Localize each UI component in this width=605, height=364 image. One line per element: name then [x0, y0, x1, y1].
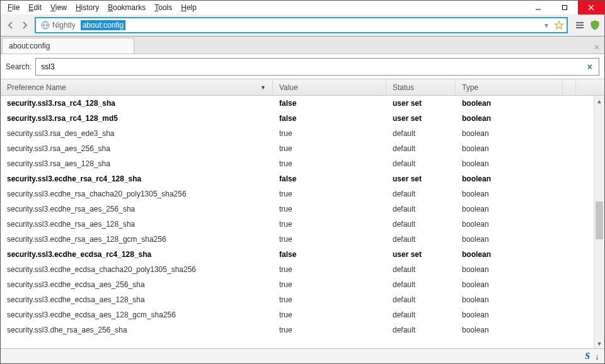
- column-value[interactable]: Value: [273, 79, 386, 95]
- cell-status: default: [386, 144, 456, 153]
- url-text[interactable]: about:config: [81, 20, 125, 30]
- forward-button[interactable]: [18, 19, 31, 31]
- nav-arrows: [4, 19, 31, 31]
- cell-value: true: [273, 190, 386, 198]
- cell-name: security.ssl3.ecdhe_rsa_aes_128_gcm_sha2…: [1, 235, 273, 244]
- menu-bookmarks[interactable]: Bookmarks: [103, 2, 150, 13]
- column-label: Value: [279, 83, 298, 92]
- table-row[interactable]: security.ssl3.ecdhe_ecdsa_aes_128_shatru…: [1, 292, 594, 307]
- table-row[interactable]: security.ssl3.ecdhe_rsa_aes_256_shatrued…: [1, 202, 594, 217]
- cell-status: user set: [386, 174, 456, 183]
- tab-strip: about:config ×: [1, 37, 604, 54]
- table-body-wrap: security.ssl3.rsa_rc4_128_shafalseuser s…: [1, 96, 604, 350]
- cell-name: security.ssl3.ecdhe_ecdsa_rc4_128_sha: [1, 250, 273, 259]
- identity-box[interactable]: Nightly: [38, 21, 78, 30]
- menu-view[interactable]: View: [46, 2, 71, 13]
- cell-status: default: [386, 129, 456, 138]
- vertical-scrollbar[interactable]: ▲ ▼: [594, 96, 604, 350]
- toolbar-right: [572, 20, 601, 31]
- cell-value: true: [273, 220, 386, 229]
- cell-value: true: [273, 159, 386, 168]
- column-label: Status: [393, 83, 414, 92]
- menu-tools[interactable]: Tools: [150, 2, 176, 13]
- menu-file[interactable]: File: [3, 2, 24, 13]
- table-row[interactable]: security.ssl3.ecdhe_ecdsa_rc4_128_shafal…: [1, 247, 594, 262]
- cell-type: boolean: [456, 159, 563, 168]
- identity-label: Nightly: [52, 21, 76, 30]
- cell-type: boolean: [456, 250, 563, 259]
- status-download-icon[interactable]: ↓: [595, 351, 599, 361]
- cell-name: security.ssl3.ecdhe_rsa_aes_256_sha: [1, 205, 273, 213]
- cell-status: default: [386, 190, 456, 198]
- url-dropdown-icon[interactable]: ▼: [541, 22, 551, 29]
- scroll-up-icon[interactable]: ▲: [594, 96, 604, 107]
- table-row[interactable]: security.ssl3.rsa_des_ede3_shatruedefaul…: [1, 126, 594, 141]
- cell-status: default: [386, 235, 456, 244]
- table-row[interactable]: security.ssl3.ecdhe_rsa_chacha20_poly130…: [1, 186, 594, 202]
- column-preference-name[interactable]: Preference Name ▼: [1, 79, 273, 95]
- cell-type: boolean: [456, 190, 563, 198]
- search-input[interactable]: [41, 62, 585, 71]
- clear-search-icon[interactable]: ×: [586, 62, 594, 72]
- cell-name: security.ssl3.ecdhe_rsa_aes_128_sha: [1, 220, 273, 229]
- cell-name: security.ssl3.ecdhe_ecdsa_aes_128_sha: [1, 295, 273, 304]
- bookmark-star-icon[interactable]: [554, 20, 564, 30]
- table-row[interactable]: security.ssl3.ecdhe_ecdsa_aes_128_gcm_sh…: [1, 307, 594, 322]
- cell-type: boolean: [456, 220, 563, 229]
- scroll-thumb[interactable]: [596, 202, 603, 239]
- url-bar[interactable]: Nightly about:config ▼: [35, 17, 568, 33]
- cell-status: default: [386, 265, 456, 274]
- cell-type: boolean: [456, 310, 563, 319]
- back-button[interactable]: [4, 19, 17, 31]
- table-row[interactable]: security.ssl3.dhe_rsa_aes_256_shatruedef…: [1, 322, 594, 338]
- cell-name: security.ssl3.ecdhe_ecdsa_aes_256_sha: [1, 280, 273, 289]
- column-label: Type: [462, 83, 478, 92]
- menu-edit[interactable]: Edit: [24, 2, 46, 13]
- cell-name: security.ssl3.ecdhe_ecdsa_aes_128_gcm_sh…: [1, 310, 273, 319]
- table-row[interactable]: security.ssl3.rsa_aes_256_shatruedefault…: [1, 141, 594, 156]
- shield-icon[interactable]: [589, 20, 601, 31]
- cell-status: default: [386, 326, 456, 334]
- tab-about-config[interactable]: about:config: [2, 38, 134, 54]
- tabstrip-close-icon[interactable]: ×: [591, 41, 603, 54]
- menu-history[interactable]: History: [71, 2, 103, 13]
- table-row[interactable]: security.ssl3.ecdhe_rsa_aes_128_shatrued…: [1, 217, 594, 232]
- table-row[interactable]: security.ssl3.ecdhe_ecdsa_chacha20_poly1…: [1, 262, 594, 277]
- svg-rect-1: [563, 6, 567, 10]
- status-bar: S ↓: [1, 348, 604, 363]
- cell-type: boolean: [456, 114, 563, 123]
- minimize-button[interactable]: [525, 1, 551, 14]
- table-row[interactable]: security.ssl3.rsa_rc4_128_md5falseuser s…: [1, 111, 594, 126]
- column-picker-icon[interactable]: [563, 79, 576, 95]
- cell-name: security.ssl3.rsa_aes_128_sha: [1, 159, 273, 168]
- cell-status: user set: [386, 114, 456, 123]
- table-row[interactable]: security.ssl3.ecdhe_rsa_aes_128_gcm_sha2…: [1, 232, 594, 247]
- column-type[interactable]: Type: [456, 79, 563, 95]
- cell-name: security.ssl3.ecdhe_ecdsa_chacha20_poly1…: [1, 265, 273, 274]
- cell-value: true: [273, 310, 386, 319]
- table-row[interactable]: security.ssl3.ecdhe_rsa_rc4_128_shafalse…: [1, 171, 594, 186]
- menu-bar: FileEditViewHistoryBookmarksToolsHelp: [1, 1, 604, 14]
- cell-value: true: [273, 280, 386, 289]
- cell-name: security.ssl3.rsa_aes_256_sha: [1, 144, 273, 153]
- cell-status: default: [386, 295, 456, 304]
- menu-help[interactable]: Help: [176, 2, 201, 13]
- cell-value: false: [273, 99, 386, 108]
- tab-label: about:config: [9, 42, 50, 50]
- status-s-icon[interactable]: S: [585, 351, 590, 361]
- table-row[interactable]: security.ssl3.ecdhe_ecdsa_aes_256_shatru…: [1, 277, 594, 292]
- table-row[interactable]: security.ssl3.rsa_aes_128_shatruedefault…: [1, 156, 594, 171]
- scroll-track[interactable]: [594, 107, 604, 338]
- table-row[interactable]: security.ssl3.rsa_rc4_128_shafalseuser s…: [1, 96, 594, 111]
- cell-type: boolean: [456, 99, 563, 108]
- close-button[interactable]: [578, 1, 604, 14]
- cell-value: true: [273, 129, 386, 138]
- menu-hamburger-icon[interactable]: [574, 20, 585, 31]
- maximize-button[interactable]: [551, 1, 578, 14]
- cell-value: true: [273, 295, 386, 304]
- cell-value: false: [273, 174, 386, 183]
- column-status[interactable]: Status: [386, 79, 456, 95]
- cell-value: false: [273, 250, 386, 259]
- cell-type: boolean: [456, 129, 563, 138]
- cell-status: user set: [386, 99, 456, 108]
